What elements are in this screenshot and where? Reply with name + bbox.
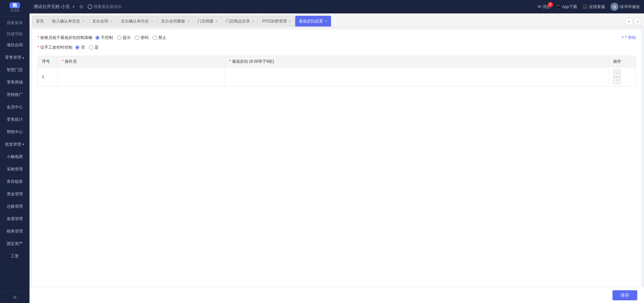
radio-no-control-input[interactable]: [95, 36, 100, 40]
sidebar-quick-nav[interactable]: 快捷导航: [0, 29, 30, 39]
topbar-settings-icon[interactable]: ⚙: [79, 4, 84, 9]
radio-no-label: 否: [81, 45, 85, 50]
tab-pos-security[interactable]: POS加密管理 ×: [259, 16, 295, 27]
radio-remind-input[interactable]: [117, 36, 121, 40]
page-card: ? ? 帮助 收银员低于最低折扣控制策略 不控制 提示: [32, 30, 641, 295]
tab-home-label: 首页: [36, 18, 44, 24]
row-action-btn-1[interactable]: ✎: [613, 69, 621, 77]
tab-min-discount-close[interactable]: ×: [325, 19, 327, 23]
radio-no[interactable]: 否: [75, 45, 85, 50]
radio-password[interactable]: 密码: [135, 35, 149, 41]
sidebar-item-tax[interactable]: 税务管理: [0, 225, 30, 238]
tab-store-goods-close[interactable]: ×: [252, 19, 254, 23]
table-row: 1 ✎ ✕: [38, 67, 636, 87]
col-seq: 序号: [38, 56, 58, 67]
sidebar-item-member-center[interactable]: 会员中心: [0, 101, 30, 113]
sidebar-item-marketing[interactable]: 营销推广: [0, 89, 30, 101]
col-actions: 操作: [609, 56, 636, 67]
tab-payment-contract-close[interactable]: ×: [110, 19, 112, 23]
sidebar-item-fixed-assets[interactable]: 固定资产: [0, 238, 30, 250]
radio-yes[interactable]: 是: [89, 45, 99, 50]
sidebar-search-menu[interactable]: 搜索菜单: [0, 17, 30, 29]
sidebar-item-salary[interactable]: 工资: [0, 250, 30, 262]
sidebar-item-project-contract[interactable]: 项目合同: [0, 39, 30, 51]
topbar: 测试分开完程-小兄 ▼ ⚙ 我要看实例演示 ✉ 消息 8 📱 App下载 🎧 在…: [30, 0, 644, 13]
radio-password-input[interactable]: [135, 36, 139, 40]
radio-remind-label: 提示: [123, 35, 131, 41]
cell-seq: 1: [38, 67, 58, 87]
sidebar-item-purchase[interactable]: 采购管理: [0, 163, 30, 175]
tab-close-all-btn[interactable]: ×: [625, 18, 633, 25]
user-btn[interactable]: 徐 徐泽华修改: [610, 3, 640, 11]
sidebar-item-inventory[interactable]: 库存核算: [0, 175, 30, 188]
table-header-row: 序号 * 操作员 * 最低折扣 (9.00等于9折) 操作: [38, 56, 636, 67]
topbar-demo-btn[interactable]: 我要看实例演示: [88, 4, 122, 10]
sidebar-item-invoice[interactable]: 发票管理: [0, 213, 30, 225]
tab-payment-contract[interactable]: 支出合同 ×: [89, 16, 116, 27]
sidebar-item-help-center[interactable]: 帮助中心: [0, 126, 30, 138]
tab-income-confirm-history-close[interactable]: ×: [82, 19, 84, 23]
sidebar-item-finance[interactable]: 资金管理: [0, 188, 30, 200]
user-name: 徐泽华修改: [620, 4, 640, 10]
save-button[interactable]: 保存: [612, 290, 637, 300]
col-min-discount: * 最低折扣 (9.00等于9折): [225, 56, 609, 67]
sidebar-item-ecommerce[interactable]: 小畅电商: [0, 151, 30, 163]
manual-price-row: 仅手工改价时控制 否 是: [38, 45, 636, 50]
page-footer: 保存: [30, 287, 644, 303]
discount-control-radio-group: 不控制 提示 密码 禁止: [95, 35, 166, 41]
sidebar-item-batch-management[interactable]: 批发管理: [0, 138, 30, 151]
tab-min-discount[interactable]: 最低折扣设置 ×: [295, 16, 331, 27]
tabbar-right-btns: × ⤢: [625, 18, 641, 27]
radio-password-label: 密码: [141, 35, 149, 41]
sidebar-item-retail-management[interactable]: 零售管理: [0, 51, 30, 64]
tab-pos-security-close[interactable]: ×: [289, 19, 291, 23]
tab-store-goods[interactable]: 门店商品目录 ×: [222, 16, 258, 27]
radio-forbid[interactable]: 禁止: [153, 35, 166, 41]
content-area: ? ? 帮助 收银员低于最低折扣控制策略 不控制 提示: [30, 27, 644, 303]
tab-expand-btn[interactable]: ⤢: [634, 18, 641, 25]
tab-home[interactable]: 首页: [32, 16, 48, 27]
sidebar-settings-btn[interactable]: ⚙: [0, 291, 30, 303]
radio-yes-label: 是: [95, 45, 99, 50]
tab-store-files-label: 门店档案: [198, 18, 214, 24]
radio-forbid-label: 禁止: [158, 35, 166, 41]
online-service-btn[interactable]: 🎧 在线客服: [583, 4, 605, 10]
tab-payment-board[interactable]: 支出合同看板 ×: [157, 16, 193, 27]
tab-payment-board-label: 支出合同看板: [161, 18, 185, 24]
sidebar-item-ledger[interactable]: 总账管理: [0, 200, 30, 213]
tab-payment-confirm-history-label: 支出确认单历史: [121, 18, 149, 24]
app-download-btn[interactable]: 📱 App下载: [556, 4, 577, 10]
radio-no-input[interactable]: [75, 45, 79, 50]
cell-actions: ✎ ✕: [609, 67, 636, 87]
sidebar-item-retail-stats[interactable]: 零售统计: [0, 113, 30, 126]
radio-no-control[interactable]: 不控制: [95, 35, 113, 41]
sidebar-item-retail-mall[interactable]: 零售商城: [0, 76, 30, 89]
tab-store-files[interactable]: 门店档案 ×: [194, 16, 221, 27]
tab-pos-security-label: POS加密管理: [262, 18, 287, 24]
discount-control-row: 收银员低于最低折扣控制策略 不控制 提示 密码: [38, 35, 636, 41]
avatar: 徐: [610, 3, 619, 11]
topbar-right: ✉ 消息 8 📱 App下载 🎧 在线客服 徐 徐泽华修改: [538, 3, 640, 11]
help-link[interactable]: ? ? 帮助: [621, 35, 636, 41]
radio-forbid-input[interactable]: [153, 36, 157, 40]
topbar-project[interactable]: 测试分开完程-小兄 ▼: [34, 4, 75, 10]
tab-payment-confirm-history-close[interactable]: ×: [151, 19, 153, 23]
radio-remind[interactable]: 提示: [117, 35, 131, 41]
message-badge: 8: [548, 2, 553, 7]
sidebar-item-smart-store[interactable]: 智慧门店: [0, 64, 30, 76]
tab-store-files-close[interactable]: ×: [216, 19, 218, 23]
tab-payment-board-close[interactable]: ×: [187, 19, 189, 23]
demo-circle-icon: [88, 4, 92, 9]
radio-no-control-label: 不控制: [101, 35, 113, 41]
tabbar: 首页 收入确认单历史 × 支出合同 × 支出确认单历史 × 支出合同看板 × 门…: [30, 13, 644, 27]
app-download-icon: 📱: [556, 4, 561, 9]
message-btn[interactable]: ✉ 消息 8: [538, 4, 550, 10]
tab-income-confirm-history[interactable]: 收入确认单历史 ×: [48, 16, 88, 27]
radio-yes-input[interactable]: [89, 45, 93, 50]
project-dropdown-icon: ▼: [72, 5, 75, 9]
discount-control-label: 收银员低于最低折扣控制策略: [38, 35, 93, 41]
tab-payment-confirm-history[interactable]: 支出确认单历史 ×: [117, 16, 157, 27]
row-action-btn-2[interactable]: ✕: [613, 77, 621, 84]
pro-tag: 专业版: [10, 8, 19, 14]
help-icon: ?: [621, 36, 624, 40]
